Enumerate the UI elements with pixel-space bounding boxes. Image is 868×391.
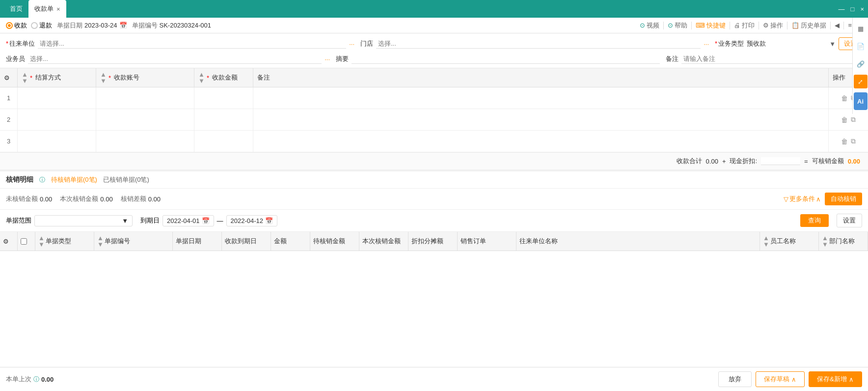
more-conditions-btn[interactable]: ▽ 更多条件 ∧	[784, 195, 821, 203]
calendar-icon[interactable]: 📅	[119, 22, 127, 29]
expand-icon: ⤢	[858, 78, 863, 85]
bottom-stat: 本单上次 ⓘ 0.00	[6, 375, 54, 384]
auto-verify-button[interactable]: 自动核销	[825, 193, 862, 205]
summary-input[interactable]	[352, 54, 660, 64]
current-stat: 本次核销金额 0.00	[60, 195, 112, 203]
bottom-info-icon[interactable]: ⓘ	[33, 375, 39, 384]
biz-type-chevron[interactable]: ▼	[829, 40, 836, 48]
delete-row-3-icon[interactable]: 🗑	[841, 138, 848, 145]
doc-date-field: 单据日期 2023-03-24 📅	[57, 21, 127, 30]
table-row: 3 🗑 ⧉	[0, 131, 868, 152]
diff-stat: 核销差额 0.00	[121, 195, 161, 203]
bottom-gear-icon[interactable]: ⚙	[3, 238, 9, 245]
toolbar: 收款 退款 单据日期 2023-03-24 📅 单据编号 SK-20230324…	[0, 18, 868, 33]
summary-field: 摘要	[336, 54, 660, 64]
history-btn[interactable]: 📋 历史单据	[791, 21, 826, 30]
select-all-checkbox[interactable]	[21, 238, 27, 245]
range-select[interactable]: ▼	[34, 215, 133, 226]
th-settlement: ▲▼ *结算方式	[18, 68, 96, 87]
filter-setting-button[interactable]: 设置	[837, 214, 862, 227]
verify-stats: 未核销金额 0.00 本次核销金额 0.00 核销差额 0.00 ▽ 更多条件 …	[0, 189, 868, 210]
table-row: 2 🗑 ⧉	[0, 109, 868, 131]
print-icon: 🖨	[734, 22, 740, 29]
remark-input[interactable]	[681, 54, 862, 64]
query-button[interactable]: 查询	[800, 214, 829, 227]
doc-no-field: 单据编号 SK-20230324-001	[132, 21, 212, 30]
bth-due-date: 收款到期日	[222, 232, 271, 251]
done-tab[interactable]: 已核销单据(0笔)	[103, 175, 149, 184]
delete-row-1-icon[interactable]: 🗑	[841, 94, 848, 102]
counterparty-dots[interactable]: ···	[349, 40, 354, 48]
bottom-table-header: ⚙ ▲▼ 单据类型 ▲▼ 单据编号 单据日期 收款到期日 金额	[0, 232, 868, 251]
minimize-button[interactable]: —	[839, 5, 845, 13]
counterparty-input[interactable]	[38, 39, 346, 49]
toolbar-actions: ⊙ 视频 ⊙ 帮助 ⌨ 快捷键 🖨 打印 ⚙ 操作	[640, 21, 862, 30]
th-settings: ⚙	[0, 68, 18, 87]
bth-dept: ▲▼ 部门名称	[819, 232, 868, 251]
table-rows: 1 🗑 ⧉ 2 🗑 ⧉ 3	[0, 87, 868, 152]
receipt-radio[interactable]: 收款	[6, 21, 27, 30]
bth-sales-order: 销售订单	[458, 232, 516, 251]
filter-row: 单据范围 ▼ 到期日 2022-04-01 📅 — 2022-04-12 📅 查	[0, 210, 868, 232]
bth-amount: 金额	[271, 232, 310, 251]
save-new-button[interactable]: 保存&新增 ∧	[809, 371, 862, 387]
calendar-from-icon: 📅	[202, 217, 210, 224]
nav-next-icon[interactable]: ≡	[848, 22, 852, 29]
summary-row: 收款合计 0.00 + 现金折扣: = 可核销金额 0.00	[0, 152, 868, 169]
close-button[interactable]: ×	[860, 5, 864, 13]
copy-row-2-icon[interactable]: ⧉	[851, 115, 856, 124]
store-dots[interactable]: ···	[704, 40, 709, 48]
bth-counterparty: 往来单位名称	[516, 232, 760, 251]
th-account: ▲▼ *收款账号	[96, 68, 194, 87]
nav-prev-icon[interactable]: ◀	[835, 22, 840, 29]
refund-radio[interactable]: 退款	[31, 21, 52, 30]
table-header: ⚙ ▲▼ *结算方式 ▲▼ *收款账号 ▲▼ *收款金额 备注 操作	[0, 68, 868, 87]
bth-current: 本次核销金额	[359, 232, 408, 251]
sidebar-expand-icon[interactable]: ⤢	[854, 75, 868, 88]
tab-home[interactable]: 首页	[4, 0, 28, 18]
table-row: 1 🗑 ⧉	[0, 87, 868, 109]
staff-input[interactable]	[28, 54, 322, 64]
video-btn[interactable]: ⊙ 视频	[640, 21, 659, 30]
help-btn[interactable]: ⊙ 帮助	[668, 21, 687, 30]
shortcut-icon: ⌨	[696, 22, 705, 29]
delete-row-2-icon[interactable]: 🗑	[841, 116, 848, 124]
date-to-input[interactable]: 2022-04-12 📅	[226, 215, 278, 226]
gear-icon[interactable]: ⚙	[4, 74, 10, 82]
copy-row-3-icon[interactable]: ⧉	[851, 137, 856, 145]
link-icon: 🔗	[857, 60, 865, 68]
bottom-actions: 放弃 保存草稿 ∧ 保存&新增 ∧	[718, 371, 862, 387]
video-icon: ⊙	[640, 22, 645, 29]
due-date-field: 到期日 2022-04-01 📅 — 2022-04-12 📅	[140, 215, 277, 226]
form-area: *往来单位 ··· 门店 ··· *业务类型 预收款 ▼ 设置 业务员 ···	[0, 33, 868, 68]
print-btn[interactable]: 🖨 打印	[734, 21, 755, 30]
receipt-radio-dot	[6, 22, 13, 29]
pending-tab[interactable]: 待核销单据(0笔)	[51, 175, 97, 184]
maximize-button[interactable]: □	[851, 5, 855, 13]
staff-dots[interactable]: ···	[325, 56, 330, 63]
verify-section: 核销明细 ⓘ 待核销单据(0笔) 已核销单据(0笔) 未核销金额 0.00 本次…	[0, 169, 868, 367]
operations-btn[interactable]: ⚙ 操作	[763, 21, 783, 30]
tab-close-icon[interactable]: ×	[56, 5, 60, 13]
shortcut-btn[interactable]: ⌨ 快捷键	[696, 21, 726, 30]
verify-info-icon[interactable]: ⓘ	[39, 176, 45, 184]
sidebar-table-icon[interactable]: ▦	[854, 22, 868, 35]
date-from-input[interactable]: 2022-04-01 📅	[163, 215, 214, 226]
refund-radio-dot	[31, 22, 38, 29]
store-input[interactable]	[376, 39, 701, 49]
right-sidebar: ▦ 📄 🔗 ⤢ Ai	[852, 18, 868, 114]
sidebar-doc-icon[interactable]: 📄	[854, 39, 868, 53]
staff-field: 业务员 ···	[6, 54, 330, 64]
discount-input[interactable]	[761, 157, 800, 165]
range-field: 单据范围 ▼	[6, 215, 133, 226]
counterparty-field: *往来单位 ···	[6, 39, 354, 49]
bth-pending: 待核销金额	[310, 232, 359, 251]
verify-header: 核销明细 ⓘ 待核销单据(0笔) 已核销单据(0笔)	[0, 171, 868, 189]
doc-icon: 📄	[857, 43, 865, 50]
sidebar-link-icon[interactable]: 🔗	[854, 57, 868, 71]
save-draft-button[interactable]: 保存草稿 ∧	[756, 371, 805, 387]
tab-receipts[interactable]: 收款单 ×	[28, 0, 66, 18]
remark-field: 备注	[666, 54, 862, 64]
sidebar-ai-button[interactable]: Ai	[854, 92, 868, 110]
abandon-button[interactable]: 放弃	[718, 371, 752, 387]
